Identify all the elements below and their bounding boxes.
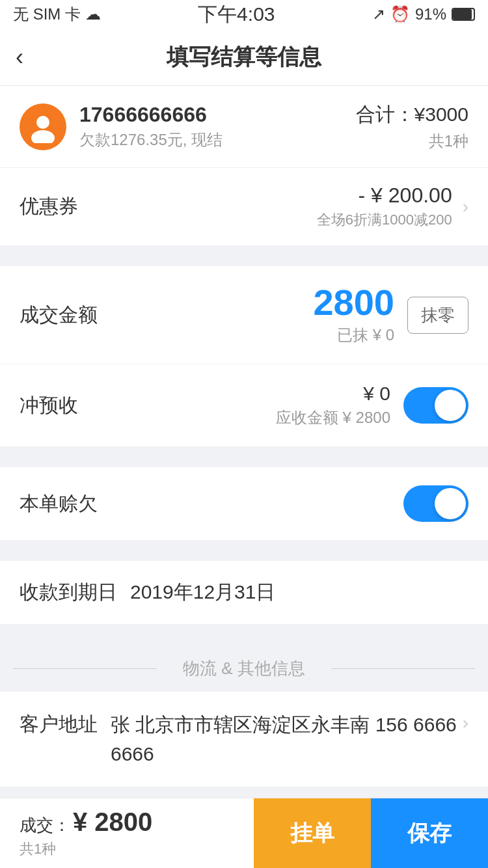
credit-label: 本单赊欠 <box>20 491 98 517</box>
battery-indicator <box>452 8 475 21</box>
prepay-info: ¥ 0 应收金额 ¥ 2800 <box>276 383 390 428</box>
footer-amount: ¥ 2800 <box>73 807 152 837</box>
battery-icon: ↗ <box>372 5 385 23</box>
separator-1 <box>0 256 488 266</box>
credit-toggle[interactable] <box>403 485 468 522</box>
amount-wrapper: 2800 已抹 ¥ 0 <box>313 284 394 346</box>
separator-3 <box>0 550 488 561</box>
customer-right: 合计：¥3000 共1种 <box>356 102 468 152</box>
total-amount: 合计：¥3000 <box>356 102 468 128</box>
coupon-info: - ¥ 200.00 全场6折满1000减200 <box>317 183 452 230</box>
svg-point-0 <box>36 116 49 129</box>
status-time: 下午4:03 <box>198 1 275 28</box>
credit-row: 本单赊欠 <box>0 467 488 540</box>
address-row[interactable]: 客户地址 张 北京市市辖区海淀区永丰南 156 6666 6666 › <box>0 692 488 787</box>
user-icon <box>27 111 59 143</box>
due-date-card: 收款到期日 2019年12月31日 <box>0 561 488 624</box>
svg-point-1 <box>31 130 55 143</box>
footer-summary: 成交： ¥ 2800 共1种 <box>0 807 254 859</box>
transaction-label: 成交金额 <box>20 302 98 329</box>
prepay-sub: 应收金额 ¥ 2800 <box>276 407 390 428</box>
sim-status: 无 SIM 卡 ☁ <box>13 4 101 25</box>
address-label: 客户地址 <box>20 710 98 738</box>
divider-line-right <box>331 668 475 669</box>
address-value: 张 北京市市辖区海淀区永丰南 156 6666 6666 <box>111 710 463 768</box>
status-right: ↗ ⏰ 91% <box>372 5 475 23</box>
divider-line-left <box>13 668 157 669</box>
coupon-label: 优惠券 <box>20 193 78 220</box>
clock-icon: ⏰ <box>390 5 410 23</box>
prepay-label: 冲预收 <box>20 392 78 419</box>
coupon-amount: - ¥ 200.00 <box>317 183 452 208</box>
coupon-row[interactable]: 优惠券 - ¥ 200.00 全场6折满1000减200 › <box>0 167 488 245</box>
due-date-value: 2019年12月31日 <box>130 579 275 606</box>
back-button[interactable]: ‹ <box>16 44 23 71</box>
customer-info: 17666666666 欠款1276.35元, 现结 <box>79 103 223 150</box>
total-count: 共1种 <box>356 131 468 152</box>
customer-left: 17666666666 欠款1276.35元, 现结 <box>20 103 223 150</box>
status-bar: 无 SIM 卡 ☁ 下午4:03 ↗ ⏰ 91% <box>0 0 488 29</box>
separator-2 <box>0 457 488 467</box>
address-chevron-icon: › <box>463 710 468 733</box>
page-title: 填写结算等信息 <box>167 42 321 72</box>
due-date-label: 收款到期日 <box>20 579 117 606</box>
section-divider: 物流 & 其他信息 <box>0 645 488 692</box>
customer-row: 17666666666 欠款1276.35元, 现结 合计：¥3000 共1种 <box>0 86 488 167</box>
transaction-right: 2800 已抹 ¥ 0 抹零 <box>313 284 468 346</box>
transaction-row: 成交金额 2800 已抹 ¥ 0 抹零 <box>0 266 488 364</box>
prepay-value: ¥ 0 <box>276 383 390 405</box>
footer-deal-label: 成交： <box>20 814 70 837</box>
footer: 成交： ¥ 2800 共1种 挂单 保存 <box>0 798 488 868</box>
status-left: 无 SIM 卡 ☁ <box>13 4 101 25</box>
coupon-right: - ¥ 200.00 全场6折满1000减200 › <box>317 183 468 230</box>
transaction-sub: 已抹 ¥ 0 <box>337 325 394 346</box>
prepay-right: ¥ 0 应收金额 ¥ 2800 <box>276 383 468 428</box>
coupon-desc: 全场6折满1000减200 <box>317 210 452 230</box>
battery-level: 91% <box>415 5 446 23</box>
credit-card: 本单赊欠 <box>0 467 488 540</box>
due-date-row: 收款到期日 2019年12月31日 <box>0 561 488 624</box>
round-button[interactable]: 抹零 <box>407 297 468 334</box>
avatar <box>20 103 66 150</box>
customer-sub: 欠款1276.35元, 现结 <box>79 129 223 150</box>
footer-count: 共1种 <box>20 839 234 859</box>
transaction-card: 成交金额 2800 已抹 ¥ 0 抹零 冲预收 ¥ 0 应收金额 ¥ 2800 <box>0 266 488 446</box>
customer-phone: 17666666666 <box>79 103 223 127</box>
customer-card: 17666666666 欠款1276.35元, 现结 合计：¥3000 共1种 … <box>0 86 488 245</box>
content-scroll: 17666666666 欠款1276.35元, 现结 合计：¥3000 共1种 … <box>0 86 488 868</box>
separator-4 <box>0 634 488 645</box>
nav-bar: ‹ 填写结算等信息 <box>0 29 488 86</box>
section-divider-text: 物流 & 其他信息 <box>183 657 305 680</box>
prepay-row: 冲预收 ¥ 0 应收金额 ¥ 2800 <box>0 364 488 446</box>
save-button[interactable]: 保存 <box>371 798 488 868</box>
prepay-toggle[interactable] <box>403 387 468 424</box>
hang-button[interactable]: 挂单 <box>254 798 371 868</box>
chevron-right-icon: › <box>463 197 468 217</box>
transaction-amount: 2800 <box>313 284 394 321</box>
